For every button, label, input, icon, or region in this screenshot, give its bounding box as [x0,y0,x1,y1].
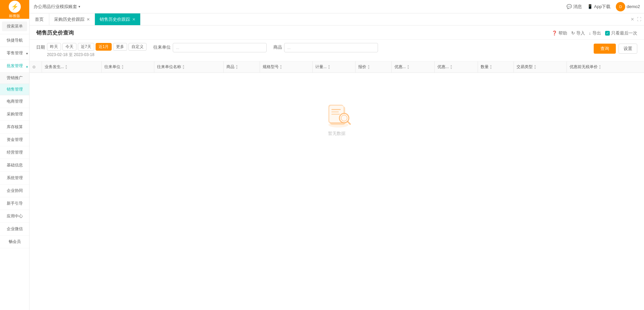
settings-icon[interactable]: ⚙ [32,65,36,69]
sort-icon: ▲▼ [65,64,68,70]
th-settings[interactable]: ⚙ [30,61,42,73]
topbar-left: 办公用品行业模拟账套 ▾ [34,4,80,10]
partner-filter-input[interactable]: ... [173,43,267,52]
date-btn-1month[interactable]: 近1月 [96,43,112,51]
goods-filter-input[interactable]: ... [284,43,378,52]
logo-text: 标推版 [9,13,20,18]
date-filter-group: 日期 昨天 今天 近7天 近1月 更多 自定义 2023-02-18 至 202… [36,43,147,58]
th-quote[interactable]: 报价 ▲▼ [356,61,392,73]
filter-actions: 查询 设置 [594,43,637,54]
search-menu-item[interactable]: 搜索菜单 [2,21,27,31]
tabbar: 首页 采购历史价跟踪 ✕ 销售历史价跟踪 ✕ ✕ ⛶ [30,13,644,25]
tab-close-all-icon[interactable]: ✕ [631,17,634,22]
message-label: 消息 [573,4,582,10]
th-discount2[interactable]: 优惠... ▲▼ [435,61,478,73]
export-button[interactable]: ↓ 导出 [589,30,601,36]
tab-maximize-icon[interactable]: ⛶ [637,17,641,22]
checkbox-icon: ✓ [605,31,610,36]
import-icon: ↻ [571,31,575,36]
dropdown-arrow-icon: ▾ [78,5,80,8]
date-btn-7days[interactable]: 近7天 [78,43,94,51]
th-unit-label: 计量... [315,64,327,70]
sort-icon-7: ▲▼ [367,64,370,70]
tab-purchase-close-icon[interactable]: ✕ [87,17,90,22]
sidebar-item-retail[interactable]: 零售管理 [0,47,29,60]
app-logo: ⚡ 标推版 [0,0,29,19]
sidebar-item-enterprise[interactable]: 企业协同 [0,185,29,197]
help-button[interactable]: ❓ 帮助 [552,30,567,36]
sidebar-item-inventory[interactable]: 库存核算 [0,121,29,134]
sidebar-item-wholesale[interactable]: 批发管理 [0,60,29,72]
sidebar-item-newuser[interactable]: 新手引导 [0,197,29,210]
th-spec[interactable]: 规格型号 ▲▼ [260,61,312,73]
th-unit[interactable]: 计量... ▲▼ [312,61,355,73]
page-title: 销售历史价查询 [36,30,74,37]
empty-state: 暂无数据 [30,73,644,163]
th-goods[interactable]: 商品 ▲▼ [224,61,260,73]
app-icon: 📱 [587,4,593,9]
sidebar-item-basic[interactable]: 基础信息 [0,159,29,172]
sidebar-item-wechat[interactable]: 企业微信 [0,223,29,236]
main-content: 办公用品行业模拟账套 ▾ 💬 消息 📱 App下载 D demo2 首页 [30,0,644,310]
page-header: 销售历史价查询 ❓ 帮助 ↻ 导入 ↓ 导出 ✓ 只看最后一次 [30,25,644,40]
sidebar-item-marketing[interactable]: 营销推广 [0,72,29,84]
goods-filter-group: 商品 ... [273,43,378,52]
sidebar-item-ecommerce[interactable]: 电商管理 [0,95,29,108]
sidebar-item-system[interactable]: 系统管理 [0,172,29,185]
query-button[interactable]: 查询 [594,44,616,54]
import-button[interactable]: ↻ 导入 [571,30,585,36]
empty-icon [323,100,350,126]
app-download-button[interactable]: 📱 App下载 [587,4,610,10]
sidebar-item-sales[interactable]: 销售管理 [0,84,29,95]
svg-line-9 [347,121,350,124]
th-goods-label: 商品 [226,64,234,70]
tabbar-actions: ✕ ⛶ [628,13,644,25]
th-trade-type[interactable]: 交易类型 ▲▼ [514,61,567,73]
sidebar-item-member[interactable]: 畅会员 [0,236,29,248]
tab-home[interactable]: 首页 [30,13,49,25]
sidebar-item-appcenter[interactable]: 应用中心 [0,210,29,223]
sort-icon-2: ▲▼ [121,64,124,70]
date-btn-custom[interactable]: 自定义 [128,43,147,51]
user-menu[interactable]: D demo2 [616,2,640,11]
date-btn-yesterday[interactable]: 昨天 [47,43,61,51]
svg-point-8 [341,115,347,121]
only-last-checkbox[interactable]: ✓ 只看最后一次 [605,30,637,36]
sort-icon-5: ▲▼ [280,64,282,70]
th-date[interactable]: 业务发生... ▲▼ [42,61,101,73]
th-discount1[interactable]: 优惠... ▲▼ [391,61,434,73]
message-button[interactable]: 💬 消息 [567,4,582,10]
tab-sales-price[interactable]: 销售历史价跟踪 ✕ [95,13,141,25]
date-range-display: 2023-02-18 至 2023-03-18 [47,52,147,58]
partner-filter-label: 往来单位 [153,43,171,50]
table-container: ⚙ 业务发生... ▲▼ 往来单位 ▲▼ [30,61,644,310]
th-pretax-price[interactable]: 优惠前无税单价 ▲▼ [567,61,644,73]
th-partner-id-label: 往来单位 [104,64,120,70]
th-trade-type-label: 交易类型 [517,64,533,70]
svg-rect-4 [331,109,341,110]
sort-icon-4: ▲▼ [235,64,238,70]
th-partner-id[interactable]: 往来单位 ▲▼ [101,61,154,73]
logo-icon: ⚡ [9,1,21,13]
export-label: 导出 [592,30,601,36]
date-btn-more[interactable]: 更多 [113,43,127,51]
empty-text: 暂无数据 [328,131,345,137]
settings-button[interactable]: 设置 [619,44,637,54]
sidebar-item-operations[interactable]: 经营管理 [0,146,29,159]
company-name: 办公用品行业模拟账套 [34,4,77,10]
tab-home-label: 首页 [35,16,44,22]
th-qty[interactable]: 数量 ▲▼ [478,61,514,73]
sidebar-item-finance[interactable]: 资金管理 [0,134,29,146]
tab-purchase-price[interactable]: 采购历史价跟踪 ✕ [49,13,95,25]
date-btn-today[interactable]: 今天 [62,43,76,51]
sidebar-item-purchase[interactable]: 采购管理 [0,108,29,121]
message-icon: 💬 [567,4,572,9]
th-partner-name[interactable]: 往来单位名称 ▲▼ [154,61,223,73]
tab-sales-label: 销售历史价跟踪 [100,16,130,22]
sidebar-item-quicknav[interactable]: 快捷导航 [0,34,29,47]
topbar-right: 💬 消息 📱 App下载 D demo2 [567,2,640,11]
date-filter-label: 日期 [36,43,45,50]
app-label: App下载 [594,4,610,10]
company-dropdown[interactable]: 办公用品行业模拟账套 ▾ [34,4,80,10]
tab-sales-close-icon[interactable]: ✕ [132,17,136,22]
